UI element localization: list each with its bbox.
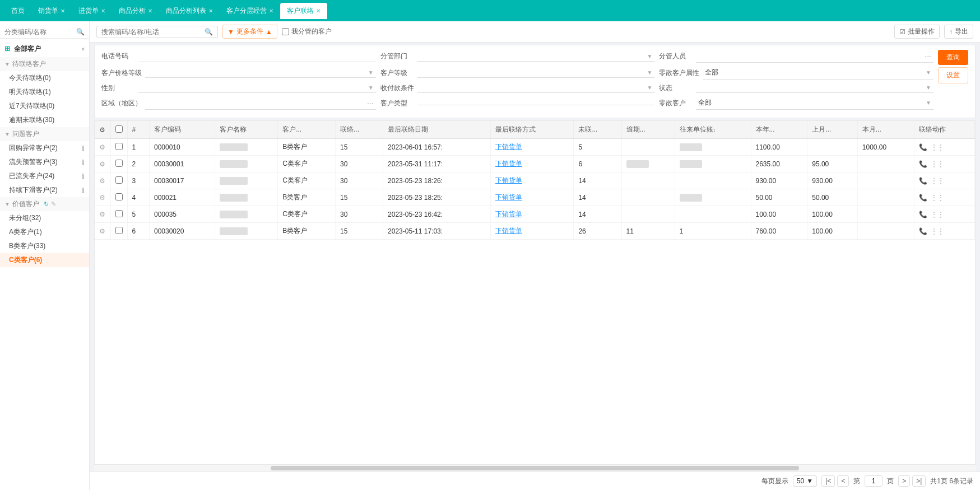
close-product-analysis-list-icon[interactable]: ✕: [208, 8, 213, 14]
cell-gear[interactable]: ⚙: [95, 206, 110, 223]
sidebar-search-icon[interactable]: 🔍: [76, 28, 85, 36]
cell-checkbox[interactable]: [110, 172, 127, 189]
sidebar-item-churn-warning[interactable]: 流失预警客户(3) ℹ: [0, 155, 89, 169]
filter-retail-select[interactable]: 全部 ▼: [696, 96, 933, 110]
sidebar-item-unclassified[interactable]: 未分组(32): [0, 211, 89, 225]
edit-icon[interactable]: ✎: [51, 200, 56, 208]
more-action-icon[interactable]: ⋮⋮: [931, 194, 944, 202]
cell-last-method[interactable]: 下销货单: [491, 189, 574, 206]
col-overdue-header[interactable]: 逾期...: [621, 121, 675, 139]
next-page-button[interactable]: >: [898, 475, 910, 487]
sidebar-item-overdue-pending[interactable]: 逾期未联络(30): [0, 113, 89, 127]
phone-action-icon[interactable]: 📞: [919, 194, 927, 202]
close-sales-order-icon[interactable]: ✕: [61, 8, 65, 14]
nav-customer-contact[interactable]: 客户联络 ✕: [280, 3, 327, 19]
sidebar-item-repurchase-abnormal[interactable]: 回购异常客户(2) ℹ: [0, 141, 89, 155]
col-type-header[interactable]: 客户...: [278, 121, 336, 139]
col-name-header[interactable]: 客户名称: [215, 121, 278, 139]
filter-price-select[interactable]: ▼: [145, 68, 376, 78]
phone-action-icon[interactable]: 📞: [919, 211, 927, 218]
nav-sales-order[interactable]: 销货单 ✕: [31, 3, 72, 19]
cell-last-method[interactable]: 下销货单: [491, 156, 574, 172]
cell-gear[interactable]: ⚙: [95, 172, 110, 189]
col-year-header[interactable]: 本年...: [751, 121, 807, 139]
more-action-icon[interactable]: ⋮⋮: [931, 227, 944, 235]
col-code-header[interactable]: 客户编码: [150, 121, 215, 139]
phone-action-icon[interactable]: 📞: [919, 177, 927, 185]
filter-manager-select[interactable]: ···: [696, 50, 933, 63]
filter-type-select[interactable]: [417, 101, 655, 105]
cell-last-method[interactable]: 下销货单: [491, 223, 574, 240]
phone-action-icon[interactable]: 📞: [919, 143, 927, 151]
filter-gender-select[interactable]: ▼: [138, 83, 376, 93]
sidebar-item-a-class[interactable]: A类客户(1): [0, 225, 89, 239]
refresh-icon[interactable]: ↻: [44, 200, 49, 208]
close-customer-tier-icon[interactable]: ✕: [269, 8, 273, 14]
sidebar-item-declining[interactable]: 持续下滑客户(2) ℹ: [0, 183, 89, 197]
nav-product-analysis-list[interactable]: 商品分析列表 ✕: [159, 3, 220, 19]
col-this-month-header[interactable]: 本月...: [857, 121, 914, 139]
sidebar-all-customers[interactable]: ⊞ 全部客户 «: [0, 41, 89, 57]
filter-payment-select[interactable]: ▼: [417, 83, 655, 93]
col-not-contacted-header[interactable]: 未联...: [574, 121, 621, 139]
export-button[interactable]: ↑ 导出: [944, 25, 973, 39]
sidebar-item-b-class[interactable]: B类客户(33): [0, 239, 89, 253]
cell-last-method[interactable]: 下销货单: [491, 172, 574, 189]
manager-dots[interactable]: ···: [925, 52, 931, 60]
batch-operation-button[interactable]: ☑ 批量操作: [894, 25, 940, 39]
phone-action-icon[interactable]: 📞: [919, 227, 927, 235]
nav-purchase-order[interactable]: 进货单 ✕: [72, 3, 112, 19]
col-last-method-header[interactable]: 最后联络方式: [491, 121, 574, 139]
sidebar-item-tomorrow-pending[interactable]: 明天待联络(1): [0, 85, 89, 99]
filter-region-select[interactable]: ···: [145, 97, 376, 110]
close-product-analysis-icon[interactable]: ✕: [148, 8, 152, 14]
toolbar-search-icon[interactable]: 🔍: [205, 28, 213, 36]
cell-last-method[interactable]: 下销货单: [491, 206, 574, 223]
close-customer-contact-icon[interactable]: ✕: [316, 8, 321, 14]
query-button[interactable]: 查询: [938, 50, 968, 65]
cell-gear[interactable]: ⚙: [95, 189, 110, 206]
cell-checkbox[interactable]: [110, 223, 127, 240]
scrollbar-thumb[interactable]: [271, 466, 800, 470]
cell-checkbox[interactable]: [110, 189, 127, 206]
my-customers-checkbox-label[interactable]: 我分管的客户: [282, 27, 332, 36]
filter-retail-attr-select[interactable]: 全部 ▼: [703, 66, 933, 80]
cell-gear[interactable]: ⚙: [95, 223, 110, 240]
search-input[interactable]: [101, 28, 202, 36]
sidebar-item-7days-pending[interactable]: 近7天待联络(0): [0, 99, 89, 113]
filter-dept-select[interactable]: ▼: [417, 52, 655, 62]
page-number-input[interactable]: [865, 475, 883, 487]
sidebar-item-today-pending[interactable]: 今天待联络(0): [0, 71, 89, 85]
sidebar-item-churned[interactable]: 已流失客户(24) ℹ: [0, 169, 89, 183]
col-gear[interactable]: ⚙: [95, 121, 110, 139]
col-last-month-header[interactable]: 上月...: [807, 121, 858, 139]
setting-button[interactable]: 设置: [938, 67, 968, 83]
cell-checkbox[interactable]: [110, 206, 127, 223]
sidebar-item-c-class[interactable]: C类客户(6): [0, 253, 89, 267]
prev-page-button[interactable]: <: [837, 475, 849, 487]
per-page-select[interactable]: 50 ▼: [793, 475, 817, 487]
more-action-icon[interactable]: ⋮⋮: [931, 143, 944, 151]
cell-checkbox[interactable]: [110, 139, 127, 156]
first-page-button[interactable]: |<: [821, 475, 835, 487]
col-unit-amount-header[interactable]: 往来单位账↕: [675, 121, 751, 139]
more-action-icon[interactable]: ⋮⋮: [931, 211, 944, 218]
cell-gear[interactable]: ⚙: [95, 139, 110, 156]
phone-action-icon[interactable]: 📞: [919, 160, 927, 168]
more-filter-button[interactable]: ▼ 更多条件 ▲: [222, 25, 277, 39]
filter-phone-input[interactable]: [138, 50, 376, 62]
nav-customer-tier[interactable]: 客户分层经营 ✕: [220, 3, 280, 19]
more-action-icon[interactable]: ⋮⋮: [931, 160, 944, 168]
cell-last-method[interactable]: 下销货单: [491, 139, 574, 156]
more-action-icon[interactable]: ⋮⋮: [931, 177, 944, 185]
cell-gear[interactable]: ⚙: [95, 156, 110, 172]
col-contact-header[interactable]: 联络...: [335, 121, 383, 139]
my-customers-checkbox[interactable]: [282, 28, 289, 35]
filter-level-select[interactable]: ▼: [417, 68, 655, 78]
close-purchase-order-icon[interactable]: ✕: [101, 8, 105, 14]
region-dots[interactable]: ···: [367, 99, 374, 108]
nav-home[interactable]: 首页: [4, 3, 31, 19]
cell-checkbox[interactable]: [110, 156, 127, 172]
last-page-button[interactable]: >|: [912, 475, 926, 487]
select-all-checkbox[interactable]: [115, 125, 123, 133]
